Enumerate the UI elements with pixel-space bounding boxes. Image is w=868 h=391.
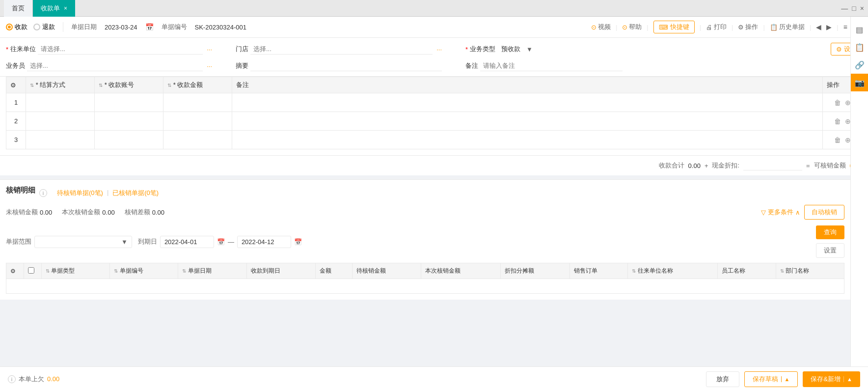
sidebar-table-icon[interactable]: ▤	[851, 21, 868, 38]
account-input-3[interactable]	[95, 131, 163, 149]
checkbox-col[interactable]	[24, 263, 42, 279]
receipt-refund-radio: 收款 退款	[6, 23, 55, 31]
counterpart-more-icon[interactable]: ···	[207, 46, 212, 53]
help-btn[interactable]: ⊙ 帮助	[622, 23, 642, 31]
business-type-dropdown-icon[interactable]: ▼	[526, 46, 533, 53]
calendar-from-icon[interactable]: 📅	[217, 238, 225, 246]
next-page-icon[interactable]: ▶	[826, 23, 832, 31]
settlement-input-1[interactable]	[26, 93, 94, 112]
amount-cell-1[interactable]	[163, 93, 232, 112]
query-btn[interactable]: 查询	[816, 225, 844, 239]
shop-input[interactable]	[250, 44, 433, 55]
verify-settings-btn[interactable]: 设置	[816, 243, 844, 258]
amount-cell-2[interactable]	[163, 112, 232, 131]
footer-right: 放弃 保存草稿 ▲ 保存&新增 ▲	[706, 371, 860, 387]
prev-page-icon[interactable]: ◀	[816, 23, 821, 31]
equals-label: =	[806, 162, 810, 169]
salesman-more-icon[interactable]: ···	[207, 62, 212, 70]
sidebar-clipboard-icon[interactable]: 📋	[851, 38, 868, 56]
calendar-icon[interactable]: 📅	[145, 23, 154, 31]
current-value: 0.00	[102, 209, 114, 216]
radio-refund[interactable]: 退款	[33, 23, 55, 31]
done-tab[interactable]: 已核销单据(0笔)	[112, 189, 159, 197]
save-draft-btn[interactable]: 保存草稿 ▲	[744, 371, 798, 387]
date-to-input[interactable]	[237, 236, 291, 248]
account-input-1[interactable]	[95, 93, 163, 112]
copy-row-3-icon[interactable]: ⊕	[845, 136, 851, 144]
settlement-input-3[interactable]	[26, 131, 94, 149]
settlement-cell-1[interactable]	[26, 93, 95, 112]
shortcut-btn[interactable]: ⌨ 快捷键	[653, 21, 695, 33]
window-max-icon[interactable]: □	[852, 4, 856, 12]
verify-table: ⚙ ⇅ 单据类型 ⇅ 单据编号 ⇅ 单据日期 收款到期日 金额 待	[6, 263, 844, 294]
table-row: 1 🗑 ⊕	[6, 93, 862, 112]
copy-row-1-icon[interactable]: ⊕	[845, 99, 851, 107]
save-new-caret-icon[interactable]: ▲	[843, 376, 852, 382]
layout-icon[interactable]: ≡	[843, 23, 847, 31]
table-header-row: ⚙ ⇅ * 结算方式 ⇅ * 收款账号 ⇅ * 收款金额 备注 操作	[6, 77, 862, 93]
discount-input[interactable]	[743, 161, 802, 170]
settlement-input-2[interactable]	[26, 112, 94, 130]
range-dropdown-icon[interactable]: ▼	[121, 238, 128, 246]
verify-info-icon[interactable]: i	[39, 189, 47, 197]
remark-input-2[interactable]	[232, 112, 822, 130]
calendar-to-icon[interactable]: 📅	[294, 238, 302, 246]
save-new-btn[interactable]: 保存&新增 ▲	[803, 371, 860, 387]
select-all-checkbox[interactable]	[28, 267, 34, 274]
date-label: 单据日期	[71, 23, 97, 31]
save-draft-caret-icon[interactable]: ▲	[781, 376, 790, 382]
sales-order-col: 销售订单	[570, 263, 628, 279]
counterpart-input[interactable]	[38, 44, 203, 55]
history-icon: 📋	[770, 24, 778, 31]
verify-tabs: 待核销单据(0笔) | 已核销单据(0笔)	[57, 189, 159, 197]
delete-row-1-icon[interactable]: 🗑	[834, 99, 841, 107]
gear-col[interactable]: ⚙	[6, 263, 24, 279]
shop-more-icon[interactable]: ···	[436, 46, 442, 53]
amount-input-2[interactable]	[163, 112, 232, 130]
quota-info-icon[interactable]: i	[8, 375, 16, 383]
tab-receipt[interactable]: 收款单 ×	[33, 0, 75, 17]
operation-btn[interactable]: ⚙ 操作	[738, 23, 758, 31]
settlement-cell-2[interactable]	[26, 112, 95, 131]
summary-input[interactable]	[250, 60, 442, 71]
settlement-cell-3[interactable]	[26, 131, 95, 149]
sidebar-link-icon[interactable]: 🔗	[851, 56, 868, 74]
footer-left: i 本单上欠 0.00	[8, 375, 59, 384]
discard-btn[interactable]: 放弃	[706, 371, 739, 387]
date-from-input[interactable]	[160, 236, 214, 248]
delete-row-2-icon[interactable]: 🗑	[834, 117, 841, 125]
radio-receipt[interactable]: 收款	[6, 23, 27, 31]
account-input-2[interactable]	[95, 112, 163, 130]
account-cell-2[interactable]	[95, 112, 163, 131]
remark-input-1[interactable]	[232, 93, 822, 112]
video-btn[interactable]: ⊙ 视频	[591, 23, 611, 31]
account-cell-3[interactable]	[95, 131, 163, 149]
discount-share-col: 折扣分摊额	[501, 263, 570, 279]
account-cell-1[interactable]	[95, 93, 163, 112]
footer: i 本单上欠 0.00 放弃 保存草稿 ▲ 保存&新增 ▲	[0, 366, 868, 391]
remark-input[interactable]	[480, 60, 623, 71]
range-select[interactable]	[39, 238, 121, 246]
counterpart-name-col: ⇅ 往来单位名称	[628, 263, 718, 279]
tab-home[interactable]: 首页	[4, 0, 33, 17]
history-btn[interactable]: 📋 历史单据	[770, 23, 805, 31]
copy-row-2-icon[interactable]: ⊕	[845, 117, 851, 125]
more-filter-btn[interactable]: ▽ 更多条件 ∧	[761, 208, 800, 217]
amount-input-1[interactable]	[163, 93, 232, 112]
auto-cancel-btn[interactable]: 自动核销	[804, 205, 844, 220]
delete-row-3-icon[interactable]: 🗑	[834, 136, 841, 144]
remark-cell-1[interactable]	[232, 93, 823, 112]
window-close-icon[interactable]: ×	[860, 4, 864, 12]
remark-input-3[interactable]	[232, 131, 822, 149]
salesman-input[interactable]	[27, 60, 203, 71]
amount-cell-3[interactable]	[163, 131, 232, 149]
gear-col-header[interactable]: ⚙	[6, 77, 26, 93]
remark-cell-2[interactable]	[232, 112, 823, 131]
tab-close-icon[interactable]: ×	[64, 0, 67, 17]
sidebar-camera-icon[interactable]: 📷	[851, 74, 868, 91]
pending-tab[interactable]: 待核销单据(0笔)	[57, 189, 103, 197]
amount-input-3[interactable]	[163, 131, 232, 149]
print-btn[interactable]: 🖨 打印	[706, 23, 727, 31]
window-min-icon[interactable]: —	[841, 4, 848, 12]
remark-cell-3[interactable]	[232, 131, 823, 149]
